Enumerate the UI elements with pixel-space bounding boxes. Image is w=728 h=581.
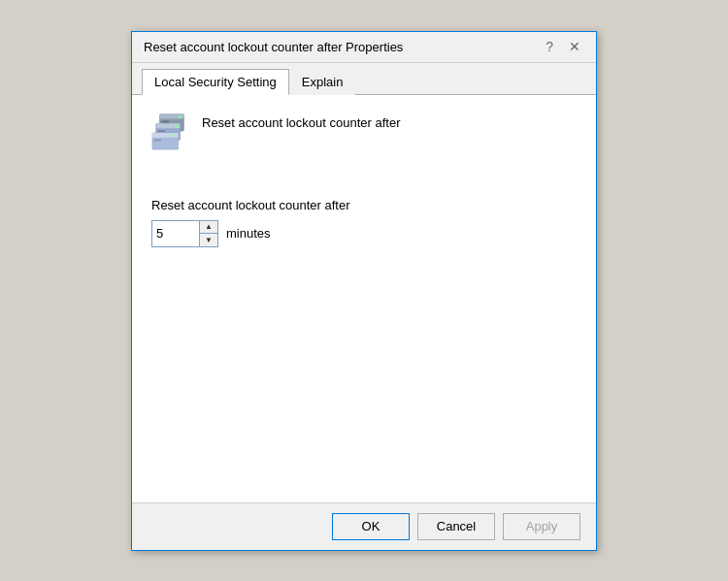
spinner-buttons: ▲ ▼ bbox=[199, 221, 217, 246]
setting-section: Reset account lockout counter after ▲ ▼ … bbox=[151, 182, 577, 247]
title-bar: Reset account lockout counter after Prop… bbox=[132, 32, 596, 63]
server-group-icon bbox=[151, 111, 190, 151]
properties-dialog: Reset account lockout counter after Prop… bbox=[131, 31, 597, 551]
tab-bar: Local Security Setting Explain bbox=[132, 63, 596, 95]
svg-rect-3 bbox=[161, 120, 169, 122]
svg-rect-9 bbox=[152, 132, 179, 137]
svg-rect-11 bbox=[154, 139, 162, 141]
dialog-footer: OK Cancel Apply bbox=[132, 502, 596, 550]
header-title: Reset account lockout counter after bbox=[202, 111, 401, 132]
title-bar-controls: ? ✕ bbox=[542, 40, 584, 53]
spinner-down-button[interactable]: ▼ bbox=[200, 234, 217, 246]
svg-point-2 bbox=[179, 115, 182, 118]
title-bar-left: Reset account lockout counter after Prop… bbox=[144, 40, 403, 54]
spinner-up-button[interactable]: ▲ bbox=[200, 221, 217, 234]
tab-local-security-setting[interactable]: Local Security Setting bbox=[142, 69, 289, 95]
close-button[interactable]: ✕ bbox=[565, 40, 584, 53]
cancel-button[interactable]: Cancel bbox=[417, 513, 495, 540]
minutes-input[interactable] bbox=[152, 221, 199, 246]
dialog-title: Reset account lockout counter after Prop… bbox=[144, 40, 403, 54]
setting-label: Reset account lockout counter after bbox=[151, 198, 577, 212]
svg-point-6 bbox=[175, 124, 178, 127]
svg-rect-7 bbox=[158, 130, 166, 132]
apply-button[interactable]: Apply bbox=[503, 513, 580, 540]
spinner-row: ▲ ▼ minutes bbox=[151, 220, 577, 247]
ok-button[interactable]: OK bbox=[332, 513, 410, 540]
dialog-body: Reset account lockout counter after Rese… bbox=[132, 95, 596, 502]
spinner-container: ▲ ▼ bbox=[151, 220, 218, 247]
help-button[interactable]: ? bbox=[542, 40, 557, 53]
tab-explain[interactable]: Explain bbox=[289, 69, 356, 95]
unit-label: minutes bbox=[226, 226, 271, 241]
svg-point-10 bbox=[171, 134, 174, 137]
header-section: Reset account lockout counter after bbox=[151, 111, 577, 159]
